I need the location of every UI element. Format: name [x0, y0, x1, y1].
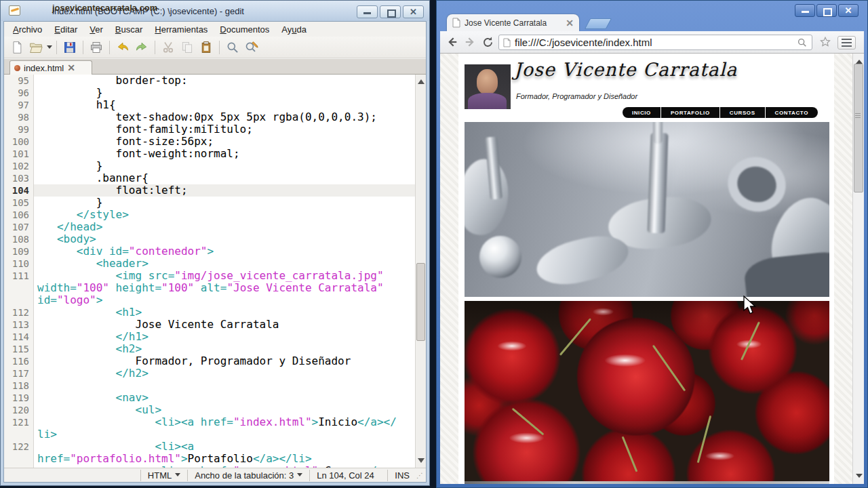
- browser-toolbar: file:///C:/josevicente/index.html: [440, 31, 864, 54]
- tab-width-selector[interactable]: Ancho de la tabulación: 3: [188, 470, 310, 481]
- paste-icon[interactable]: [197, 39, 215, 56]
- cut-icon[interactable]: [159, 39, 177, 56]
- editor-scrollbar-thumb[interactable]: [416, 263, 425, 341]
- code-editor[interactable]: 95 border-top:96 }97 h1{98 text-shadow:0…: [4, 75, 426, 468]
- url-text[interactable]: file:///C:/josevicente/index.html: [515, 37, 793, 48]
- code-line: 112 <h1>: [4, 306, 415, 319]
- scroll-down-icon[interactable]: [856, 474, 863, 481]
- copy-icon[interactable]: [178, 39, 196, 56]
- code-line: li>: [4, 428, 415, 441]
- chrome-maximize-button[interactable]: [816, 4, 837, 17]
- watermark-text: josevicentecarratala.com: [52, 3, 157, 13]
- nav-item-cursos[interactable]: CURSOS: [720, 107, 765, 118]
- redo-icon[interactable]: [133, 39, 151, 56]
- menu-ver[interactable]: Ver: [83, 23, 109, 36]
- code-line: 118: [4, 380, 415, 392]
- code-line: 101 font-weight:normal;: [4, 148, 415, 160]
- tab-close-icon[interactable]: ✕: [566, 18, 574, 28]
- gedit-maximize-button[interactable]: [380, 5, 401, 18]
- nav-item-contacto[interactable]: CONTACTO: [766, 107, 818, 118]
- undo-icon[interactable]: [114, 39, 132, 56]
- cherry-stem: [622, 436, 638, 472]
- find-replace-icon[interactable]: [243, 39, 260, 56]
- gedit-close-button[interactable]: ✕: [403, 5, 424, 18]
- reload-icon[interactable]: [479, 34, 496, 50]
- code-line: 111 <img src="img/jose_vicente_carratala…: [4, 270, 415, 282]
- cherry-stem: [741, 321, 760, 360]
- editor-scrollbar[interactable]: [415, 75, 426, 468]
- menu-documentos[interactable]: Documentos: [214, 23, 275, 36]
- code-line: width="100" height="100" alt="Jose Vicen…: [4, 282, 415, 294]
- forward-icon[interactable]: [462, 34, 478, 50]
- next-banner-edge: [465, 481, 829, 484]
- statusbar-spacer: [4, 470, 141, 481]
- search-icon[interactable]: [797, 37, 808, 48]
- menu-archivo[interactable]: Archivo: [7, 23, 48, 36]
- banner-shape: [653, 122, 663, 144]
- browser-scrollbar-thumb[interactable]: [854, 64, 863, 192]
- photo-shirt: [468, 93, 507, 109]
- code-line: 121 <li><a href="index.html">Inicio</a><…: [4, 416, 415, 428]
- browser-tab[interactable]: Jose Vicente Carratala ✕: [447, 14, 579, 31]
- cherry-stem: [559, 318, 591, 356]
- nav-item-inicio[interactable]: INICIO: [623, 107, 660, 118]
- code-line: 109 <div id="contenedor">: [4, 245, 415, 258]
- code-line: 97 h1{: [4, 99, 415, 111]
- code-line: 107 </head>: [4, 221, 415, 233]
- dropdown-arrow-icon: [175, 473, 180, 479]
- page-icon: [503, 38, 511, 47]
- gedit-toolbar: [4, 37, 426, 58]
- page-icon: [452, 18, 460, 28]
- gedit-tabbar: index.html ✕: [4, 59, 426, 75]
- gedit-minimize-button[interactable]: [357, 5, 378, 18]
- address-bar[interactable]: file:///C:/josevicente/index.html: [498, 35, 812, 50]
- site-content: Jose Vicente Carratala Formador, Program…: [458, 54, 834, 484]
- site-nav: INICIOPORTAFOLIOCURSOSCONTACTO: [623, 107, 818, 118]
- banner-shape: [647, 133, 668, 234]
- menu-herramientas[interactable]: Herramientas: [149, 23, 214, 36]
- resize-grip-icon[interactable]: ⋰: [416, 472, 424, 479]
- browser-scrollbar[interactable]: [852, 54, 864, 484]
- gedit-window: josevicentecarratala.com index.html (BOO…: [0, 0, 430, 486]
- dropdown-arrow-icon: [297, 473, 302, 479]
- save-icon[interactable]: [61, 39, 79, 56]
- toolbar-separator: [219, 41, 220, 54]
- cursor-position: Ln 104, Col 24: [310, 470, 388, 481]
- language-selector[interactable]: HTML: [141, 470, 188, 481]
- bookmark-star-icon[interactable]: [819, 36, 831, 51]
- tab-close-icon[interactable]: ✕: [67, 64, 75, 71]
- editor-tab-index-html[interactable]: index.html ✕: [9, 60, 92, 75]
- scroll-down-icon[interactable]: [418, 458, 425, 466]
- code-line: 115 <h2>: [4, 343, 415, 355]
- editor-tab-label: index.html: [24, 63, 64, 73]
- nav-item-portafolio[interactable]: PORTAFOLIO: [661, 107, 719, 118]
- scroll-up-icon[interactable]: [418, 76, 425, 84]
- cursor-position-label: Ln 104, Col 24: [317, 470, 374, 481]
- menu-editar[interactable]: Editar: [48, 23, 83, 36]
- banner-image-tuners: [465, 122, 829, 297]
- code-line: 103 .banner{: [4, 172, 415, 184]
- print-icon[interactable]: [87, 39, 105, 56]
- menu-ayuda[interactable]: Ayuda: [275, 23, 313, 36]
- code-line: 122 <li><a: [4, 441, 415, 453]
- gedit-titlebar[interactable]: josevicentecarratala.com index.html (BOO…: [1, 1, 429, 21]
- chrome-minimize-button[interactable]: [795, 4, 815, 17]
- insert-mode: INS: [388, 470, 416, 481]
- menu-buscar[interactable]: Buscar: [109, 23, 149, 36]
- open-folder-icon[interactable]: [27, 39, 45, 56]
- toolbar-separator: [56, 41, 57, 54]
- menu-icon[interactable]: [837, 36, 856, 49]
- chrome-window: ✕ Jose Vicente Carratala ✕ file:///C:/jo…: [436, 0, 868, 488]
- find-icon[interactable]: [224, 39, 241, 56]
- code-line: 120 <ul>: [4, 404, 415, 416]
- back-icon[interactable]: [444, 34, 460, 50]
- new-tab-button[interactable]: [585, 18, 612, 29]
- scroll-up-icon[interactable]: [856, 56, 863, 64]
- new-document-icon[interactable]: [8, 39, 26, 56]
- chrome-close-button[interactable]: ✕: [838, 4, 859, 17]
- code-lines: 95 border-top:96 }97 h1{98 text-shadow:0…: [4, 75, 415, 468]
- code-line: 105 }: [4, 197, 415, 209]
- cherry-stem: [652, 345, 686, 392]
- mouse-cursor: [743, 296, 758, 319]
- open-dropdown-icon[interactable]: [47, 45, 52, 52]
